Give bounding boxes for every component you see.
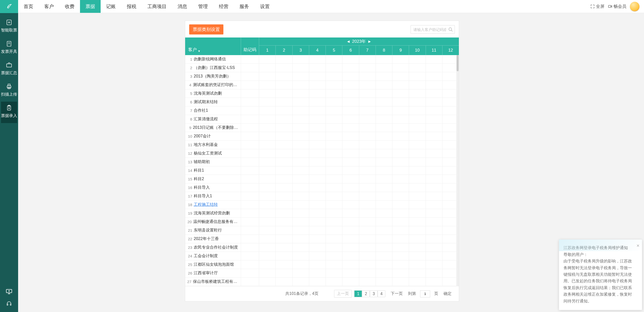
month-col-6[interactable]: 6: [342, 46, 359, 55]
pager-page-4[interactable]: 4: [378, 290, 385, 297]
cell-month[interactable]: [326, 55, 342, 63]
cell-month[interactable]: [259, 141, 276, 149]
top-nav-设置[interactable]: 设置: [255, 0, 275, 13]
cell-month[interactable]: [326, 192, 342, 200]
top-nav-管理[interactable]: 管理: [193, 0, 213, 13]
cell-month[interactable]: [326, 278, 342, 286]
cell-month[interactable]: [293, 183, 309, 192]
cell-month[interactable]: [276, 218, 292, 226]
cell-month[interactable]: [326, 252, 342, 260]
cell-month[interactable]: [409, 81, 426, 89]
pager-page-2[interactable]: 2: [362, 290, 370, 297]
cell-month[interactable]: [276, 209, 292, 217]
cell-month[interactable]: [309, 149, 326, 158]
cell-month[interactable]: [426, 218, 442, 226]
cell-month[interactable]: [359, 106, 376, 115]
cell-month[interactable]: [309, 158, 326, 166]
cell-month[interactable]: [309, 175, 326, 183]
cell-month[interactable]: [259, 124, 276, 132]
cell-month[interactable]: [376, 166, 392, 175]
cell-month[interactable]: [342, 98, 359, 106]
cell-month[interactable]: [293, 64, 309, 72]
table-row[interactable]: 19沈海英测试经营勿删: [185, 209, 459, 218]
cell-month[interactable]: [276, 166, 292, 175]
cell-month[interactable]: [326, 132, 342, 140]
cell-month[interactable]: [376, 64, 392, 72]
sidebar-item-发票开具[interactable]: 发票开具: [1, 37, 17, 59]
col-header-customer[interactable]: 客户 ▼: [185, 37, 241, 55]
cell-month[interactable]: [426, 141, 442, 149]
cell-month[interactable]: [259, 175, 276, 183]
cell-month[interactable]: [309, 235, 326, 243]
cell-month[interactable]: [326, 81, 342, 89]
cell-month[interactable]: [376, 72, 392, 81]
cell-month[interactable]: [426, 269, 442, 277]
cell-month[interactable]: [326, 260, 342, 269]
cell-month[interactable]: [426, 201, 442, 209]
cell-month[interactable]: [392, 132, 409, 140]
cell-month[interactable]: [409, 269, 426, 277]
table-row[interactable]: 26江西省审计厅: [185, 269, 459, 278]
cell-month[interactable]: [376, 192, 392, 200]
cell-month[interactable]: [392, 218, 409, 226]
table-row[interactable]: 14科目1: [185, 166, 459, 175]
cell-month[interactable]: [409, 209, 426, 217]
cell-month[interactable]: [293, 141, 309, 149]
cell-month[interactable]: [409, 115, 426, 123]
cell-month[interactable]: [376, 226, 392, 235]
cell-month[interactable]: [409, 64, 426, 72]
cell-month[interactable]: [259, 226, 276, 235]
cell-month[interactable]: [359, 269, 376, 277]
table-row[interactable]: 13辅助期初: [185, 158, 459, 166]
cell-month[interactable]: [276, 201, 292, 209]
cell-month[interactable]: [276, 278, 292, 286]
cell-month[interactable]: [426, 209, 442, 217]
cell-month[interactable]: [342, 226, 359, 235]
cell-month[interactable]: [259, 81, 276, 89]
cell-month[interactable]: [392, 209, 409, 217]
cell-month[interactable]: [293, 158, 309, 166]
cell-month[interactable]: [309, 183, 326, 192]
cell-month[interactable]: [326, 115, 342, 123]
cell-month[interactable]: [359, 235, 376, 243]
cell-month[interactable]: [409, 132, 426, 140]
cell-month[interactable]: [293, 81, 309, 89]
cell-month[interactable]: [359, 55, 376, 63]
table-row[interactable]: 8汇算清缴流程: [185, 115, 459, 124]
cell-month[interactable]: [309, 98, 326, 106]
cell-month[interactable]: [409, 201, 426, 209]
cell-month[interactable]: [342, 64, 359, 72]
table-row[interactable]: 6测试期末结转: [185, 98, 459, 106]
fullscreen-button[interactable]: 全屏: [590, 4, 605, 9]
cell-month[interactable]: [276, 124, 292, 132]
cell-month[interactable]: [342, 192, 359, 200]
cell-month[interactable]: [342, 243, 359, 252]
cell-month[interactable]: [409, 106, 426, 115]
cell-month[interactable]: [309, 252, 326, 260]
cell-month[interactable]: [293, 124, 309, 132]
cell-month[interactable]: [326, 72, 342, 81]
pager-next-button[interactable]: 下一页: [388, 290, 406, 298]
table-row[interactable]: 16科目导入: [185, 183, 459, 192]
cell-month[interactable]: [309, 81, 326, 89]
cell-month[interactable]: [326, 106, 342, 115]
cell-month[interactable]: [259, 132, 276, 140]
cell-month[interactable]: [359, 89, 376, 98]
cell-month[interactable]: [359, 192, 376, 200]
cell-month[interactable]: [359, 72, 376, 81]
cell-month[interactable]: [342, 158, 359, 166]
col-header-mnemonic[interactable]: 助记码: [241, 37, 259, 55]
cell-month[interactable]: [276, 72, 292, 81]
cell-month[interactable]: [426, 183, 442, 192]
cell-month[interactable]: [276, 132, 292, 140]
cell-month[interactable]: [276, 226, 292, 235]
top-nav-服务[interactable]: 服务: [234, 0, 255, 13]
cell-month[interactable]: [409, 260, 426, 269]
cell-month[interactable]: [376, 218, 392, 226]
cell-month[interactable]: [359, 132, 376, 140]
year-prev-button[interactable]: ◀: [347, 40, 350, 43]
cell-month[interactable]: [359, 209, 376, 217]
cell-month[interactable]: [376, 158, 392, 166]
top-nav-收费[interactable]: 收费: [59, 0, 80, 13]
table-row[interactable]: 32013（陶美芳勿删）: [185, 72, 459, 81]
